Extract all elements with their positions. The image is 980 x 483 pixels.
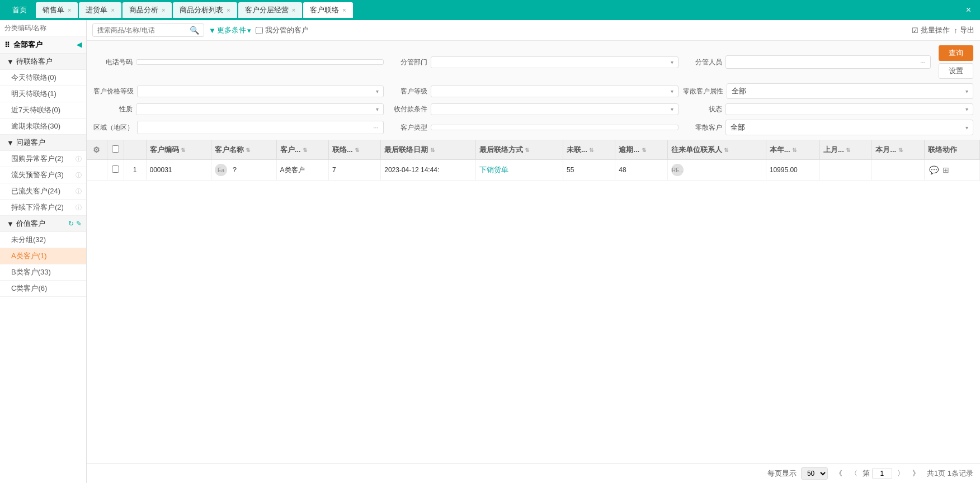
last-contact-link[interactable]: 下销货单: [479, 165, 508, 174]
filter-label-payment: 收付款条件: [388, 105, 427, 114]
qr-action-icon[interactable]: ⊞: [943, 165, 949, 174]
query-button[interactable]: 查询: [939, 45, 973, 61]
nav-tab-5[interactable]: 客户联络 ×: [303, 2, 352, 18]
sort-last-date-icon[interactable]: ⇅: [430, 147, 435, 153]
sort-not-contacted-icon[interactable]: ⇅: [589, 147, 593, 153]
filter-search-box[interactable]: 🔍: [92, 23, 204, 37]
row-check[interactable]: [107, 160, 124, 181]
refresh-icon[interactable]: ↻: [68, 220, 74, 228]
nav-tab-5-label: 客户联络: [310, 5, 339, 15]
sidebar-item-overdue[interactable]: 逾期未联络(30): [0, 119, 86, 135]
first-page-btn[interactable]: 《: [832, 467, 845, 480]
nav-tab-3-close[interactable]: ×: [227, 7, 230, 13]
sort-last-method-icon[interactable]: ⇅: [525, 147, 529, 153]
sidebar-group-value[interactable]: ▼ 价值客户 ↻ ✎: [0, 216, 86, 232]
nav-tab-1[interactable]: 进货单 ×: [79, 2, 121, 18]
edit-icon[interactable]: ✎: [76, 220, 82, 228]
filter-row-nature: 性质 ▾: [93, 103, 384, 115]
sort-code-icon[interactable]: ⇅: [181, 147, 185, 153]
customer-table: ⚙ 客户编码 ⇅ 客户名称 ⇅: [87, 140, 980, 181]
nav-tab-3[interactable]: 商品分析列表 ×: [173, 2, 237, 18]
nav-tab-0-label: 销售单: [43, 5, 64, 15]
setting-button[interactable]: 设置: [939, 63, 973, 79]
sidebar-item-ungrouped[interactable]: 未分组(32): [0, 232, 86, 248]
nav-tab-4-close[interactable]: ×: [292, 7, 295, 13]
filter-input-retail-attr[interactable]: 全部 ▾: [727, 83, 973, 99]
prev-page-btn[interactable]: 〈: [847, 467, 860, 480]
nav-tab-2-close[interactable]: ×: [162, 7, 165, 13]
sidebar-item-lost-warn[interactable]: 流失预警客户(3) ⓘ: [0, 167, 86, 183]
filter-label-retail-attr: 零散客户属性: [683, 87, 723, 96]
nav-tab-5-close[interactable]: ×: [342, 7, 346, 13]
grid-icon: ⠿: [4, 41, 10, 49]
sidebar-all-customers[interactable]: ⠿ 全部客户 ◀: [0, 36, 86, 54]
sidebar-collapse-btn[interactable]: ◀: [77, 41, 82, 49]
filter-more-btn[interactable]: ▼ 更多条件 ▾: [209, 25, 251, 35]
sort-company-contact-icon[interactable]: ⇅: [724, 147, 728, 153]
sidebar-item-today-label: 今天待联络(0): [11, 73, 56, 83]
sort-contact-count-icon[interactable]: ⇅: [355, 147, 359, 153]
sort-overdue-icon[interactable]: ⇅: [642, 147, 646, 153]
page-size-select[interactable]: 50: [801, 467, 828, 480]
filter-input-phone[interactable]: [136, 59, 384, 65]
filter-input-payment[interactable]: ▾: [431, 103, 679, 115]
filter-input-retail[interactable]: 全部 ▾: [725, 120, 973, 135]
filter-search-input[interactable]: [97, 26, 186, 34]
sidebar-item-c-class[interactable]: C类客户(6): [0, 281, 86, 297]
page-num-input[interactable]: [872, 468, 892, 479]
col-last-date-label: 最后联络日期: [384, 145, 428, 154]
sidebar-item-today[interactable]: 今天待联络(0): [0, 70, 86, 86]
sidebar-item-tomorrow[interactable]: 明天待联络(1): [0, 86, 86, 102]
sidebar-item-b-class[interactable]: B类客户(33): [0, 264, 86, 281]
next-page-btn[interactable]: 〉: [894, 467, 907, 480]
nav-tab-4[interactable]: 客户分层经营 ×: [238, 2, 302, 18]
filter-input-nature[interactable]: ▾: [136, 103, 384, 115]
filter-input-cust-type[interactable]: [431, 125, 679, 130]
sort-name-icon[interactable]: ⇅: [246, 147, 250, 153]
sidebar-item-declining[interactable]: 持续下滑客户(2) ⓘ: [0, 200, 86, 216]
top-nav: 首页 销售单 × 进货单 × 商品分析 × 商品分析列表 × 客户分层经营 × …: [0, 0, 980, 20]
select-all-checkbox[interactable]: [112, 145, 119, 153]
sidebar-item-7days-label: 近7天待联络(0): [11, 105, 60, 115]
filter-my-customers[interactable]: 我分管的客户: [256, 25, 309, 35]
chat-action-icon[interactable]: 💬: [929, 165, 939, 174]
filter-input-cust-grade[interactable]: ▾: [431, 86, 679, 97]
sidebar-search-input[interactable]: [4, 24, 87, 32]
filter-row-phone: 电话号码: [93, 45, 384, 79]
filter-input-region[interactable]: ···: [137, 121, 384, 134]
sort-this-year-icon[interactable]: ⇅: [792, 147, 797, 153]
sidebar-group-pending[interactable]: ▼ 待联络客户: [0, 54, 86, 70]
sort-type-icon[interactable]: ⇅: [303, 147, 307, 153]
sidebar-item-a-class[interactable]: A类客户(1): [0, 248, 86, 264]
sidebar-group-problem[interactable]: ▼ 问题客户: [0, 135, 86, 151]
nav-home[interactable]: 首页: [4, 2, 35, 18]
status-arrow: ▾: [965, 106, 968, 112]
row-checkbox[interactable]: [112, 165, 119, 173]
nav-tab-2[interactable]: 商品分析 ×: [123, 2, 172, 18]
nav-tab-0-close[interactable]: ×: [68, 7, 71, 13]
batch-op-btn[interactable]: ☑ 批量操作: [912, 25, 950, 35]
filter-input-status[interactable]: ▾: [725, 103, 973, 115]
row-no: 1: [124, 160, 146, 181]
sidebar-item-lost[interactable]: 已流失客户(24) ⓘ: [0, 183, 86, 200]
col-header-name: 客户名称 ⇅: [211, 140, 277, 160]
col-last-method-label: 最后联络方式: [479, 145, 523, 154]
filter-search-icon[interactable]: 🔍: [190, 26, 199, 35]
nav-tab-1-close[interactable]: ×: [111, 7, 114, 13]
col-header-check: [107, 140, 124, 160]
page-word: 第: [863, 468, 870, 479]
my-customers-checkbox[interactable]: [256, 27, 263, 34]
sort-this-month-icon[interactable]: ⇅: [898, 147, 903, 153]
table-gear-icon[interactable]: ⚙: [93, 145, 100, 154]
last-page-btn[interactable]: 》: [910, 467, 922, 480]
close-all-button[interactable]: ×: [962, 3, 976, 17]
filter-icon: ▼: [209, 26, 216, 35]
sidebar-item-7days[interactable]: 近7天待联络(0): [0, 102, 86, 119]
sort-last-month-icon[interactable]: ⇅: [846, 147, 850, 153]
sidebar-item-hoard[interactable]: 囤购异常客户(2) ⓘ: [0, 151, 86, 167]
filter-input-price-grade[interactable]: ▾: [137, 86, 384, 97]
filter-input-manager[interactable]: ···: [725, 55, 931, 69]
export-btn[interactable]: ↑ 导出: [954, 25, 975, 35]
filter-input-dept[interactable]: ▾: [431, 56, 679, 68]
nav-tab-0[interactable]: 销售单 ×: [36, 2, 78, 18]
